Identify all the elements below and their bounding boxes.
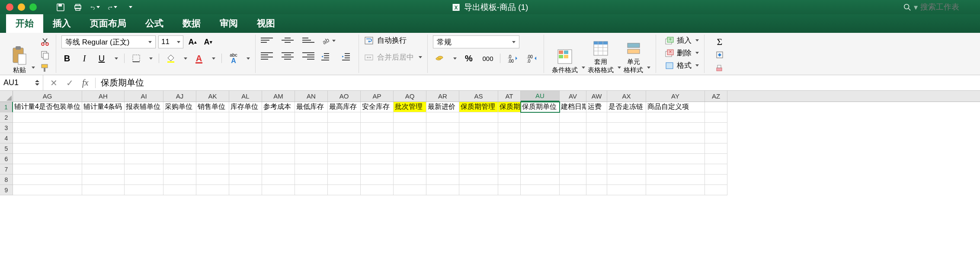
cell-AI6[interactable] [125, 154, 163, 164]
font-color-button[interactable]: A [193, 53, 205, 64]
select-all-corner[interactable] [0, 91, 13, 102]
cell-AK6[interactable] [196, 154, 229, 164]
cell-AT4[interactable] [498, 133, 521, 143]
percent-button[interactable]: % [462, 53, 476, 64]
cell-AR2[interactable] [426, 112, 459, 123]
cell-AL6[interactable] [229, 154, 262, 164]
cell-AR7[interactable] [426, 164, 459, 175]
cell-AV3[interactable] [560, 123, 586, 133]
cell-AY4[interactable] [646, 133, 705, 143]
row-header-4[interactable]: 4 [0, 133, 13, 143]
cell-AL2[interactable] [229, 112, 262, 123]
underline-dropdown[interactable] [115, 57, 118, 60]
cell-AN5[interactable] [295, 143, 328, 154]
italic-button[interactable]: I [79, 53, 90, 64]
row-header-1[interactable]: 1 [0, 102, 13, 112]
cell-AZ4[interactable] [705, 133, 727, 143]
cell-AS3[interactable] [459, 123, 498, 133]
cell-AU8[interactable] [521, 175, 560, 185]
cell-AR8[interactable] [426, 175, 459, 185]
cell-AQ7[interactable] [394, 164, 426, 175]
cell-AS5[interactable] [459, 143, 498, 154]
cell-AQ9[interactable] [394, 185, 426, 195]
cell-AQ4[interactable] [394, 133, 426, 143]
cell-AJ2[interactable] [163, 112, 196, 123]
cell-AK8[interactable] [196, 175, 229, 185]
cell-AZ3[interactable] [705, 123, 727, 133]
cell-AO9[interactable] [328, 185, 361, 195]
search-area[interactable]: ▾ [903, 3, 972, 12]
fill-color-button[interactable] [165, 53, 176, 64]
cell-AG6[interactable] [13, 154, 82, 164]
tab-insert[interactable]: 插入 [43, 14, 80, 33]
autosum-icon[interactable]: Σ [714, 36, 725, 48]
confirm-formula-icon[interactable]: ✓ [66, 78, 74, 88]
cell-AN2[interactable] [295, 112, 328, 123]
tab-formulas[interactable]: 公式 [136, 14, 173, 33]
name-box[interactable]: AU1 [0, 75, 43, 90]
cell-AT8[interactable] [498, 175, 521, 185]
cell-AH6[interactable] [82, 154, 125, 164]
cell-AT2[interactable] [498, 112, 521, 123]
cell-AY8[interactable] [646, 175, 705, 185]
cell-AH9[interactable] [82, 185, 125, 195]
column-header-AX[interactable]: AX [607, 91, 646, 102]
delete-cells-button[interactable]: ×删除 [665, 48, 699, 58]
cell-AM5[interactable] [262, 143, 295, 154]
cell-AZ1[interactable] [705, 102, 727, 112]
column-header-AI[interactable]: AI [125, 91, 163, 102]
cell-AM2[interactable] [262, 112, 295, 123]
cell-AS6[interactable] [459, 154, 498, 164]
tab-page-layout[interactable]: 页面布局 [80, 14, 136, 33]
column-header-AY[interactable]: AY [646, 91, 705, 102]
cell-AS7[interactable] [459, 164, 498, 175]
cell-AW6[interactable] [586, 154, 607, 164]
column-header-AG[interactable]: AG [13, 91, 82, 102]
cell-AG4[interactable] [13, 133, 82, 143]
cell-AW7[interactable] [586, 164, 607, 175]
print-icon[interactable] [73, 3, 83, 12]
cell-AY2[interactable] [646, 112, 705, 123]
cell-AH3[interactable] [82, 123, 125, 133]
cell-AQ5[interactable] [394, 143, 426, 154]
formula-input[interactable]: 保质期单位 [96, 77, 144, 89]
cell-AX6[interactable] [607, 154, 646, 164]
cell-AW4[interactable] [586, 133, 607, 143]
cell-AG2[interactable] [13, 112, 82, 123]
cell-AQ6[interactable] [394, 154, 426, 164]
cell-AQ3[interactable] [394, 123, 426, 133]
cell-AI2[interactable] [125, 112, 163, 123]
cell-AV6[interactable] [560, 154, 586, 164]
cell-AR3[interactable] [426, 123, 459, 133]
column-header-AL[interactable]: AL [229, 91, 262, 102]
column-header-AN[interactable]: AN [295, 91, 328, 102]
cell-AG5[interactable] [13, 143, 82, 154]
font-size-select[interactable]: 11 [158, 35, 183, 48]
cell-AM3[interactable] [262, 123, 295, 133]
cell-AG9[interactable] [13, 185, 82, 195]
font-color-dropdown[interactable] [212, 57, 215, 60]
cell-AU1[interactable]: 保质期单位 [521, 102, 560, 112]
bold-button[interactable]: B [61, 53, 73, 64]
cell-AJ9[interactable] [163, 185, 196, 195]
close-window-button[interactable] [6, 3, 13, 11]
row-header-5[interactable]: 5 [0, 143, 13, 154]
merge-center-button[interactable]: 合并后居中 [364, 52, 422, 62]
row-header-3[interactable]: 3 [0, 123, 13, 133]
column-header-AU[interactable]: AU [521, 91, 560, 102]
currency-dropdown[interactable] [453, 57, 457, 60]
redo-icon[interactable] [108, 3, 117, 12]
cell-AR9[interactable] [426, 185, 459, 195]
border-dropdown[interactable] [149, 57, 153, 60]
tab-data[interactable]: 数据 [173, 14, 210, 33]
cell-AT6[interactable] [498, 154, 521, 164]
cell-AZ6[interactable] [705, 154, 727, 164]
cell-AT1[interactable]: 保质期 [498, 102, 521, 112]
cell-AI1[interactable]: 报表辅单位 [125, 102, 163, 112]
cell-AX7[interactable] [607, 164, 646, 175]
cell-AV9[interactable] [560, 185, 586, 195]
cell-AJ8[interactable] [163, 175, 196, 185]
cell-AV4[interactable] [560, 133, 586, 143]
cell-AX8[interactable] [607, 175, 646, 185]
cell-AY9[interactable] [646, 185, 705, 195]
